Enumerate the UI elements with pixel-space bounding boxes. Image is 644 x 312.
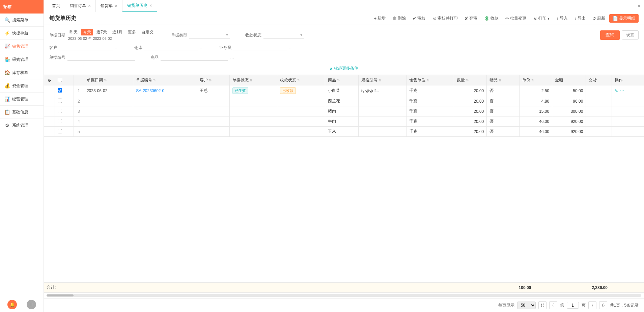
th-quantity[interactable]: 数量⇅ bbox=[454, 75, 487, 85]
sidebar-notify-btn[interactable]: 🔔 bbox=[7, 300, 17, 309]
sidebar-item-operations[interactable]: 📊 经营管理 bbox=[0, 93, 44, 106]
date-filter: 单据日期 昨天 今天 近7天 近1月 更多 自定义 2023-06-02 至 2… bbox=[49, 29, 156, 41]
sort-icon-price: ⇅ bbox=[531, 78, 534, 82]
row-payment-status bbox=[277, 116, 325, 127]
row-checkbox[interactable] bbox=[55, 85, 74, 96]
abandon-button[interactable]: ✘ 弃审 bbox=[462, 14, 480, 23]
page-input[interactable] bbox=[567, 302, 579, 309]
collect-button[interactable]: 💲 收款 bbox=[481, 14, 501, 23]
row-price: 46.00 bbox=[520, 127, 552, 137]
customer-dots[interactable]: … bbox=[115, 46, 119, 50]
select-all-checkbox[interactable] bbox=[58, 78, 62, 82]
edit-action-btn[interactable]: ✎ bbox=[615, 88, 618, 93]
date-tab-custom[interactable]: 自定义 bbox=[139, 29, 156, 35]
print-button[interactable]: 🖨 打印 ▾ bbox=[530, 14, 552, 23]
sidebar-item-inventory[interactable]: 🏠 库存核算 bbox=[0, 66, 44, 79]
sidebar-item-basic[interactable]: 📋 基础信息 bbox=[0, 106, 44, 119]
sidebar-item-sales[interactable]: 📈 销售管理 bbox=[0, 40, 44, 53]
tab-bar-close-btn[interactable]: ✕ bbox=[637, 4, 641, 8]
tab-home[interactable]: 首页 bbox=[47, 0, 65, 12]
th-spec[interactable]: 规格型号⇅ bbox=[358, 75, 406, 85]
show-detail-button[interactable]: 📄 显示明细 bbox=[609, 14, 639, 23]
horizontal-scrollbar[interactable] bbox=[47, 294, 641, 297]
last-page-btn[interactable]: ⟩⟩ bbox=[599, 301, 607, 309]
batch-change-button[interactable]: ✏ 批量变更 bbox=[503, 14, 529, 23]
refresh-button[interactable]: ↺ 刷新 bbox=[590, 14, 608, 23]
next-page-btn[interactable]: ⟩ bbox=[588, 301, 596, 309]
th-gift[interactable]: 赠品⇅ bbox=[487, 75, 520, 85]
row-checkbox[interactable] bbox=[55, 106, 74, 116]
tab-close-sales-order[interactable]: ✕ bbox=[88, 4, 91, 8]
page-label: 第 bbox=[560, 303, 564, 308]
export-button[interactable]: ↓ 导出 bbox=[572, 14, 589, 23]
salesperson-dots[interactable]: … bbox=[289, 46, 293, 50]
prev-page-btn[interactable]: ⟨ bbox=[549, 301, 557, 309]
table-row: 1 2023-06-02 SA-20230602-0 王总 已生效 已收款 小白… bbox=[44, 85, 644, 96]
row-doc-status bbox=[229, 106, 277, 116]
filter-area: 单据日期 昨天 今天 近7天 近1月 更多 自定义 2023-06-02 至 2… bbox=[44, 25, 644, 75]
row-action bbox=[612, 127, 644, 137]
filter-collapse-btn[interactable]: ∧ 收起更多条件 bbox=[49, 64, 639, 73]
customer-input[interactable] bbox=[59, 45, 113, 51]
date-tab-1month[interactable]: 近1月 bbox=[110, 29, 125, 35]
new-button[interactable]: + 新增 bbox=[371, 14, 388, 23]
salesperson-input[interactable] bbox=[233, 45, 287, 51]
sidebar-item-system[interactable]: ⚙ 系统管理 bbox=[0, 119, 44, 132]
tab-close-sales-goods[interactable]: ✕ bbox=[115, 4, 117, 8]
header-row: ⚙ 单据日期⇅ 单据编号⇅ 客户⇅ 单据状态⇅ bbox=[44, 75, 644, 85]
date-tab-more[interactable]: 更多 bbox=[126, 29, 138, 35]
th-unit[interactable]: 销售单位⇅ bbox=[406, 75, 454, 85]
settings-button[interactable]: 设置 bbox=[622, 30, 639, 40]
toolbar: 销货单历史 + 新增 🗑 删除 ✔ 审核 🖨 审核并打印 ✘ 弃审 💲 收款 ✏… bbox=[44, 12, 644, 25]
th-price[interactable]: 单价⇅ bbox=[520, 75, 552, 85]
tab-close-sales-history[interactable]: ✕ bbox=[149, 4, 152, 7]
row-amount: 920.00 bbox=[552, 116, 586, 127]
row-checkbox[interactable] bbox=[55, 96, 74, 106]
salesperson-label: 业务员 bbox=[219, 45, 231, 51]
finance-icon: 💰 bbox=[4, 83, 10, 89]
th-payment-status[interactable]: 收款状态⇅ bbox=[277, 75, 325, 85]
import-button[interactable]: ↑ 导入 bbox=[554, 14, 570, 23]
doc-no-link[interactable]: SA-20230602-0 bbox=[136, 88, 164, 93]
row-checkbox[interactable] bbox=[55, 127, 74, 137]
sidebar-item-finance[interactable]: 💰 资金管理 bbox=[0, 79, 44, 93]
tab-sales-goods[interactable]: 销货单 ✕ bbox=[96, 0, 122, 12]
goods-input[interactable] bbox=[161, 54, 228, 61]
more-action-btn[interactable]: ⋯ bbox=[620, 88, 624, 93]
doc-type-select[interactable] bbox=[189, 32, 230, 38]
row-transaction bbox=[586, 85, 612, 96]
th-date[interactable]: 单据日期⇅ bbox=[84, 75, 133, 85]
date-tab-today[interactable]: 今天 bbox=[81, 29, 93, 35]
sidebar-item-quick-nav[interactable]: ⚡ 快捷导航 bbox=[0, 27, 44, 40]
sidebar: 拓猫 🔍 搜索菜单 ⚡ 快捷导航 📈 销售管理 🏪 采购管理 🏠 库存核算 💰 … bbox=[0, 0, 44, 312]
sidebar-pause-btn[interactable]: ⏸ bbox=[27, 300, 36, 309]
th-customer[interactable]: 客户⇅ bbox=[197, 75, 229, 85]
date-tab-yesterday[interactable]: 昨天 bbox=[67, 29, 80, 35]
sidebar-item-purchase[interactable]: 🏪 采购管理 bbox=[0, 53, 44, 66]
scroll-thumb[interactable] bbox=[47, 294, 74, 296]
doc-no-input[interactable] bbox=[67, 54, 135, 61]
sidebar-item-search[interactable]: 🔍 搜索菜单 bbox=[0, 14, 44, 27]
audit-print-button[interactable]: 🖨 审核并打印 bbox=[429, 14, 460, 23]
first-page-btn[interactable]: ⟨⟨ bbox=[538, 301, 547, 309]
date-tab-7days[interactable]: 近7天 bbox=[94, 29, 109, 35]
payment-status-select[interactable] bbox=[263, 32, 304, 38]
th-doc-status[interactable]: 单据状态⇅ bbox=[229, 75, 277, 85]
th-goods[interactable]: 商品⇅ bbox=[325, 75, 359, 85]
goods-dots[interactable]: … bbox=[230, 55, 234, 60]
tab-sales-order[interactable]: 销售订单 ✕ bbox=[65, 0, 96, 12]
goods-label: 商品 bbox=[150, 55, 159, 60]
delete-button[interactable]: 🗑 删除 bbox=[390, 14, 409, 23]
tab-sales-history[interactable]: 销货单历史 ✕ bbox=[122, 0, 157, 12]
th-doc-no[interactable]: 单据编号⇅ bbox=[133, 75, 197, 85]
warehouse-input[interactable] bbox=[144, 45, 198, 51]
query-button[interactable]: 查询 bbox=[600, 30, 620, 40]
row-checkbox[interactable] bbox=[55, 116, 74, 127]
sort-icon-spec: ⇅ bbox=[379, 78, 381, 82]
page-size-select[interactable]: 50 100 200 bbox=[517, 302, 536, 309]
audit-button[interactable]: ✔ 审核 bbox=[410, 14, 428, 23]
row-num: 5 bbox=[74, 127, 84, 137]
warehouse-dots[interactable]: … bbox=[200, 46, 204, 50]
row-num: 1 bbox=[74, 85, 84, 96]
row-payment-status bbox=[277, 96, 325, 106]
